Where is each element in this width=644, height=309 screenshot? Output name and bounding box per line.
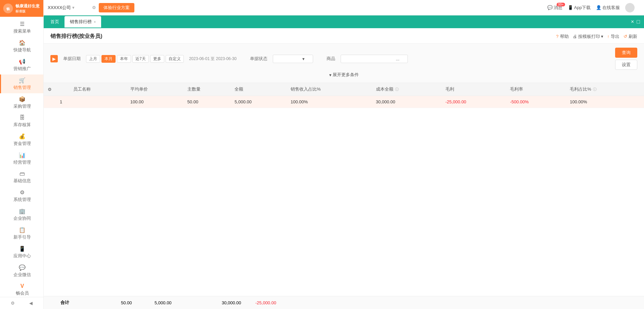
sidebar-item-operation[interactable]: 📊 经营管理 <box>0 149 43 168</box>
tab-close-icon[interactable]: × <box>94 20 96 24</box>
table-header-row: ⚙ 员工名称 平均单价 主数量 全额 销售收入占比% 成本全额 ⓘ 毛利 毛利率 <box>44 83 644 96</box>
sidebar-item-purchase[interactable]: 📦 采购管理 <box>0 93 43 112</box>
row-profit-pct: 100.00% <box>566 96 644 108</box>
tabbar-actions: × □ <box>631 19 643 25</box>
row-avg-price: 100.00 <box>126 96 183 108</box>
status-dropdown-icon: ▾ <box>302 56 305 61</box>
col-qty: 主数量 <box>183 83 231 96</box>
print-dropdown-icon: ▾ <box>601 34 603 39</box>
sidebar-item-sales[interactable]: 🛒 销售管理 <box>0 74 43 93</box>
export-label: 导出 <box>611 34 619 40</box>
date-buttons: 上月 本月 本年 近7天 更多 自定义 <box>86 55 184 63</box>
sidebar-item-search[interactable]: ☰ 搜索菜单 <box>0 18 43 37</box>
online-service-button[interactable]: 👤 在线客服 <box>596 5 620 11</box>
tab-home[interactable]: 首页 <box>45 16 65 28</box>
sidebar-footer: ⚙ ◀ <box>0 297 43 309</box>
window-max-icon[interactable]: □ <box>637 19 640 25</box>
sidebar-item-label: 快捷导航 <box>13 47 31 53</box>
row-rank: 1 <box>56 96 69 108</box>
column-settings-icon[interactable]: ⚙ <box>48 87 52 92</box>
date-btn-last-7-days[interactable]: 近7天 <box>132 55 149 63</box>
sidebar-collapse-icon[interactable]: ◀ <box>29 301 33 306</box>
trial-button[interactable]: 体验行业方案 <box>99 3 134 12</box>
sidebar-item-finance[interactable]: 💰 资金管理 <box>0 131 43 149</box>
page-header: 销售排行榜(按业务员) ? 帮助 🖨 按模板打印 ▾ ↑ 导出 ↺ 刷新 <box>44 28 644 44</box>
footer-profit-val: -25,000.00 <box>255 300 282 305</box>
settings-button[interactable]: 设置 <box>615 60 637 70</box>
filter-toggle-icon[interactable]: ▶ <box>50 55 58 62</box>
sidebar-item-label: 企业协同 <box>13 215 31 221</box>
profit-pct-info-icon[interactable]: ⓘ <box>593 87 597 91</box>
table-body: 1 100.00 50.00 5,000.00 100.00% 30,000.0… <box>44 96 644 108</box>
message-icon: 💬 <box>547 5 553 10</box>
guide-icon: 📋 <box>19 227 26 233</box>
footer-qty-val: 50.00 <box>121 300 148 305</box>
col-name: 员工名称 <box>69 83 126 96</box>
row-amount: 5,000.00 <box>230 96 287 108</box>
refresh-icon: ↺ <box>624 34 627 39</box>
expand-more-button[interactable]: ▾ 展开更多条件 <box>329 72 359 78</box>
tab-sales-ranking[interactable]: 销售排行榜 × <box>65 16 101 28</box>
query-button[interactable]: 查询 <box>615 48 637 58</box>
col-amount: 全额 <box>230 83 287 96</box>
date-btn-last-month[interactable]: 上月 <box>86 55 100 63</box>
sidebar-item-marketing[interactable]: 📢 营销推广 <box>0 56 43 74</box>
sidebar-item-inventory[interactable]: 🗄 库存核算 <box>0 112 43 131</box>
date-btn-more[interactable]: 更多 <box>150 55 164 63</box>
filter-row-1: ▶ 单据日期 上月 本月 本年 近7天 更多 自定义 2023-06-01 至 … <box>50 48 637 70</box>
app-download-button[interactable]: 📱 App下载 <box>568 5 591 11</box>
col-sales-pct: 销售收入占比% <box>287 83 372 96</box>
sidebar-item-member[interactable]: V 畅会员 <box>0 280 43 297</box>
col-settings[interactable]: ⚙ <box>44 83 56 96</box>
sidebar-settings-icon[interactable]: ⚙ <box>11 301 15 306</box>
company-name-display[interactable]: XXXXX公司 ▾ <box>48 5 88 11</box>
sidebar-item-enterprise[interactable]: 🏢 企业协同 <box>0 205 43 224</box>
cost-info-icon[interactable]: ⓘ <box>395 87 399 91</box>
sidebar-item-label: 应用中心 <box>13 253 31 259</box>
avatar[interactable] <box>625 3 635 12</box>
sidebar-item-guide[interactable]: 📋 新手引导 <box>0 224 43 243</box>
sales-ranking-table: ⚙ 员工名称 平均单价 主数量 全额 销售收入占比% 成本全额 ⓘ 毛利 毛利率 <box>44 83 644 108</box>
date-btn-custom[interactable]: 自定义 <box>166 55 184 63</box>
date-btn-this-month[interactable]: 本月 <box>101 55 116 63</box>
wechat-icon: 💬 <box>19 264 26 271</box>
inventory-icon: 🗄 <box>19 115 25 121</box>
sidebar-item-label: 销售管理 <box>13 85 31 91</box>
col-profit-rate: 毛利率 <box>506 83 566 96</box>
message-button[interactable]: 💬 消息 99+ <box>547 5 562 11</box>
apps-icon: 📱 <box>19 246 26 252</box>
marketing-icon: 📢 <box>19 58 26 65</box>
window-close-icon[interactable]: × <box>631 19 634 25</box>
purchase-icon: 📦 <box>19 96 26 102</box>
filter-area: ▶ 单据日期 上月 本月 本年 近7天 更多 自定义 2023-06-01 至 … <box>44 44 644 83</box>
refresh-button[interactable]: ↺ 刷新 <box>624 34 637 40</box>
date-btn-this-year[interactable]: 本年 <box>117 55 131 63</box>
sidebar-item-quick-nav[interactable]: 🏠 快捷导航 <box>0 37 43 56</box>
expand-row: ▾ 展开更多条件 <box>50 70 637 79</box>
export-button[interactable]: ↑ 导出 <box>607 34 620 40</box>
sidebar-item-label: 畅会员 <box>16 290 29 296</box>
help-button[interactable]: ? 帮助 <box>556 34 568 40</box>
topbar: XXXXX公司 ▾ ⚙ 体验行业方案 💬 消息 99+ 📱 App下载 👤 在线… <box>44 0 644 15</box>
footer-amount-val: 5,000.00 <box>155 300 181 305</box>
row-cost: 30,000.00 <box>372 96 441 108</box>
status-select[interactable]: ▾ <box>273 55 313 63</box>
member-icon: V <box>20 283 24 289</box>
print-button[interactable]: 🖨 按模板打印 ▾ <box>573 34 603 40</box>
sidebar-item-basic[interactable]: 🗃 基础信息 <box>0 168 43 187</box>
row-name <box>69 96 126 108</box>
operation-icon: 📊 <box>19 152 26 158</box>
sidebar-item-wechat[interactable]: 💬 企业微信 <box>0 262 43 280</box>
goods-input[interactable]: ... <box>341 55 408 63</box>
basic-icon: 🗃 <box>19 171 25 177</box>
company-dropdown-icon[interactable]: ▾ <box>72 5 75 10</box>
tab-active-label: 销售排行榜 <box>70 19 92 25</box>
page-title: 销售排行榜(按业务员) <box>50 33 102 40</box>
sidebar-item-apps[interactable]: 📱 应用中心 <box>0 243 43 262</box>
page-actions: ? 帮助 🖨 按模板打印 ▾ ↑ 导出 ↺ 刷新 <box>556 34 637 40</box>
topbar-gear-icon[interactable]: ⚙ <box>92 5 96 10</box>
sidebar-item-system[interactable]: ⚙ 系统管理 <box>0 187 43 205</box>
tabbar: 首页 销售排行榜 × × □ <box>44 15 644 28</box>
logo-subtitle: 标准版 <box>15 9 40 14</box>
message-badge: 99+ <box>557 3 565 6</box>
